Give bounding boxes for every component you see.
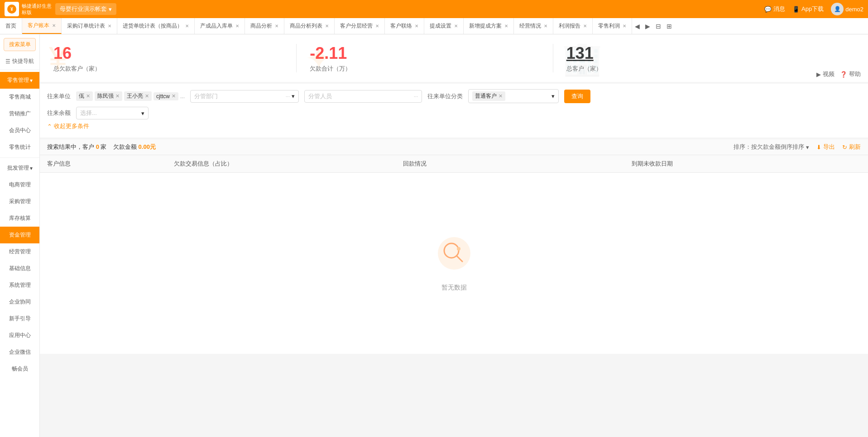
tab-close-increase-settings[interactable]: ✕ xyxy=(454,24,458,28)
tab-close-retail-profit[interactable]: ✕ xyxy=(623,24,626,28)
sidebar-item-vip-member[interactable]: 畅会员 xyxy=(0,361,39,377)
sidebar-item-new-guide[interactable]: 新手引导 xyxy=(0,310,39,327)
chevron-icon: ▾ xyxy=(30,77,33,84)
tab-close-commodity[interactable]: ✕ xyxy=(275,24,278,28)
tab-purchase-orders[interactable]: 采购订单统计表 ✕ xyxy=(62,18,117,34)
tab-close-production[interactable]: ✕ xyxy=(235,24,239,28)
dept-filter[interactable]: 分管部门 ··· ▾ xyxy=(190,90,299,103)
collapse-icon: ⌃ xyxy=(47,123,52,130)
empty-text: 暂无数据 xyxy=(441,284,467,292)
sidebar-item-purchase[interactable]: 采购管理 xyxy=(0,193,39,210)
sidebar-item-wholesale[interactable]: 批发管理 ▾ xyxy=(0,160,39,176)
unit-type-filter[interactable]: 普通客户 ✕ ▾ xyxy=(468,89,559,103)
message-icon: 💬 xyxy=(764,6,772,13)
tab-customer-contact[interactable]: 客户联络 ✕ xyxy=(385,18,424,34)
sidebar-divider-2 xyxy=(0,157,39,158)
tab-profit-report[interactable]: 利润报告 ✕ xyxy=(553,18,593,34)
refresh-icon: ↻ xyxy=(842,144,847,151)
play-icon: ▶ xyxy=(816,71,821,78)
export-button[interactable]: ⬇ 导出 xyxy=(816,143,835,151)
sidebar-item-member[interactable]: 会员中心 xyxy=(0,122,39,139)
tag-wangxiaoliang: 王小亮 ✕ xyxy=(124,91,152,101)
tab-operations[interactable]: 经营情况 ✕ xyxy=(514,18,553,34)
sidebar-item-retail-stats[interactable]: 零售统计 xyxy=(0,139,39,156)
tab-commodity[interactable]: 商品分析 ✕ xyxy=(245,18,284,34)
refresh-button[interactable]: ↻ 刷新 xyxy=(842,143,861,151)
workspace-selector[interactable]: 母婴行业演示帐套 ▾ xyxy=(55,3,116,15)
search-menu-button[interactable]: 搜索菜单 xyxy=(4,38,36,51)
tab-fullscreen[interactable]: ⊞ xyxy=(664,18,675,34)
collapse-button[interactable]: ⌃ 收起更多条件 xyxy=(47,122,861,130)
tab-close-commodity-list[interactable]: ✕ xyxy=(325,24,329,28)
col-header-owed-info: 欠款交易信息（占比） xyxy=(174,160,403,168)
sort-selector[interactable]: 排序：按欠款金额倒序排序 ▾ xyxy=(734,143,809,151)
sidebar: 搜索菜单 ☰ 快捷导航 零售管理 ▾ 零售商城 营销推广 会员中心 xyxy=(0,34,40,437)
collapse-area: ⌃ 收起更多条件 xyxy=(47,122,861,130)
chevron-down-icon: ▾ xyxy=(109,6,112,13)
tab-commodity-list[interactable]: 商品分析列表 ✕ xyxy=(284,18,335,34)
more-tags[interactable]: ... xyxy=(180,93,185,100)
result-amount: 0.00元 xyxy=(139,143,156,150)
tab-retail-profit[interactable]: 零售利润 ✕ xyxy=(593,18,632,34)
tab-close-stock-stats[interactable]: ✕ xyxy=(185,24,189,28)
tab-close-accounts[interactable]: ✕ xyxy=(52,23,56,28)
sidebar-item-marketing[interactable]: 营销推广 xyxy=(0,105,39,122)
stat-bg-icon-1: ¥ xyxy=(49,40,67,77)
quick-nav-button[interactable]: ☰ 快捷导航 xyxy=(0,55,39,68)
tab-minimize[interactable]: ⊟ xyxy=(653,18,664,34)
tab-bar: 首页 客户账本 ✕ 采购订单统计表 ✕ 进货单统计表（按商品） ✕ 产成品入库单… xyxy=(0,18,868,34)
download-icon: 📱 xyxy=(792,6,800,13)
tab-increase-settings[interactable]: 提成设置 ✕ xyxy=(424,18,464,34)
close-tag-wangxiaoliang[interactable]: ✕ xyxy=(145,93,149,99)
query-button[interactable]: 查询 xyxy=(564,90,590,103)
avatar: 👤 xyxy=(831,3,844,15)
app-container: ¥ 畅捷通好生意 标版 母婴行业演示帐套 ▾ 💬 消息 📱 App下载 👤 xyxy=(0,0,868,437)
empty-state-icon xyxy=(436,235,472,278)
tag-wa: 佤 ✕ xyxy=(76,91,93,101)
tab-customer-segment[interactable]: 客户分层经营 ✕ xyxy=(335,18,385,34)
filter-area: 往来单位 佤 ✕ 陈民强 ✕ 王小亮 ✕ xyxy=(40,84,868,138)
close-tag-wa[interactable]: ✕ xyxy=(86,93,90,99)
balance-filter[interactable]: 选择... ▾ xyxy=(76,107,149,119)
sidebar-item-inventory[interactable]: 库存核算 xyxy=(0,210,39,227)
unit-tags: 佤 ✕ 陈民强 ✕ 王小亮 ✕ cjttcw ✕ xyxy=(76,91,185,101)
help-button[interactable]: ❓ 帮助 xyxy=(840,70,861,78)
tab-production[interactable]: 产成品入库单 ✕ xyxy=(195,18,245,34)
tab-close-customer-contact[interactable]: ✕ xyxy=(415,24,418,28)
close-tag-chenminqiang[interactable]: ✕ xyxy=(115,93,120,99)
tab-stock-stats[interactable]: 进货单统计表（按商品） ✕ xyxy=(117,18,195,34)
logo-text: 畅捷通好生意 标版 xyxy=(22,3,52,16)
tab-close-new-increase[interactable]: ✕ xyxy=(504,24,508,28)
video-help-button[interactable]: ▶ 视频 xyxy=(816,70,834,78)
messages-button[interactable]: 💬 消息 xyxy=(764,5,785,13)
tab-home[interactable]: 首页 xyxy=(0,18,22,34)
sidebar-item-ecommerce[interactable]: 电商管理 xyxy=(0,176,39,193)
sidebar-item-basic-info[interactable]: 基础信息 xyxy=(0,260,39,277)
query-actions: 排序：按欠款金额倒序排序 ▾ ⬇ 导出 ↻ 刷新 xyxy=(734,143,861,151)
sidebar-item-system[interactable]: 系统管理 xyxy=(0,277,39,294)
sidebar-item-app-center[interactable]: 应用中心 xyxy=(0,327,39,344)
tab-new-increase[interactable]: 新增提成方案 ✕ xyxy=(464,18,514,34)
tab-scroll-left[interactable]: ◀ xyxy=(632,18,643,34)
tab-close-profit-report[interactable]: ✕ xyxy=(583,24,587,28)
tab-close-operations[interactable]: ✕ xyxy=(544,24,547,28)
tab-close-purchase-orders[interactable]: ✕ xyxy=(108,24,111,28)
sidebar-item-enterprise-wechat[interactable]: 企业微信 xyxy=(0,344,39,361)
main-content: ¥ 16 总欠款客户（家） ✦ -2.11 欠款合计（万） 🏢 131 总客户（… xyxy=(40,34,868,437)
tab-close-customer-segment[interactable]: ✕ xyxy=(375,24,379,28)
result-count: 0 xyxy=(96,143,99,150)
sidebar-item-retail-mall[interactable]: 零售商城 xyxy=(0,89,39,105)
sidebar-item-enterprise-coop[interactable]: 企业协同 xyxy=(0,294,39,310)
tab-accounts[interactable]: 客户账本 ✕ xyxy=(22,18,62,34)
close-tag-cjttcw[interactable]: ✕ xyxy=(172,93,176,99)
tab-scroll-right[interactable]: ▶ xyxy=(643,18,653,34)
sidebar-item-finance[interactable]: 资金管理 xyxy=(0,227,39,243)
nav-icon: ☰ xyxy=(5,58,10,65)
sidebar-item-retail[interactable]: 零售管理 ▾ xyxy=(0,72,39,89)
person-filter[interactable]: 分管人员 ··· xyxy=(304,90,422,103)
app-download-button[interactable]: 📱 App下载 xyxy=(792,5,824,13)
sidebar-item-operations-mgmt[interactable]: 经营管理 xyxy=(0,243,39,260)
close-tag-normal[interactable]: ✕ xyxy=(499,93,503,99)
user-menu[interactable]: 👤 demo2 xyxy=(831,3,863,15)
svg-point-2 xyxy=(438,237,470,270)
